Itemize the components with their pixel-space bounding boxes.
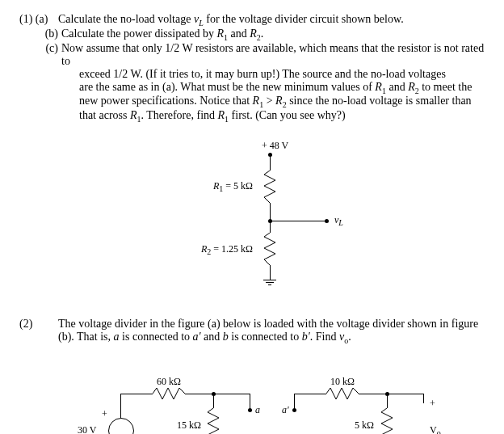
p1c-label: (c) bbox=[19, 42, 61, 124]
c2a-w4 bbox=[185, 394, 213, 394]
c1-wire-mid1 bbox=[270, 203, 271, 221]
p1c-text: Now assume that only 1/2 W resistors are… bbox=[61, 42, 485, 124]
p1b-text: Calculate the power dissipated by R1 and… bbox=[61, 27, 263, 42]
c2a-r15-label: 15 kΩ bbox=[177, 419, 201, 432]
c2b-w5 bbox=[387, 394, 388, 408]
c1-r1-resistor bbox=[264, 171, 275, 203]
c2a-w6 bbox=[213, 394, 214, 408]
c1-vL-label: vL bbox=[334, 214, 343, 227]
problem-1c: (c) Now assume that only 1/2 W resistors… bbox=[19, 42, 485, 124]
p2-num: (2) bbox=[19, 318, 58, 345]
p1-number-a: (1) (a) bbox=[19, 13, 58, 27]
c1-top-voltage: + 48 V bbox=[262, 140, 288, 152]
c2a-term-a bbox=[248, 408, 252, 412]
c2a-w5 bbox=[250, 394, 250, 410]
c2a-w3 bbox=[120, 394, 153, 394]
c2a-w4b bbox=[213, 394, 250, 394]
problem-2: (2) The voltage divider in the figure (a… bbox=[19, 318, 485, 345]
p1a-text: Calculate the no-load voltage vL for the… bbox=[58, 13, 404, 27]
problem-1: (1) (a) Calculate the no-load voltage vL… bbox=[19, 13, 485, 124]
p1b-label: (b) bbox=[19, 27, 61, 42]
c2a-w1 bbox=[120, 394, 121, 418]
c2b-plus: + bbox=[430, 398, 435, 410]
c2b-r10 bbox=[326, 388, 359, 399]
c2a-r15 bbox=[208, 408, 219, 434]
c2b-r5 bbox=[381, 408, 393, 434]
circuit-2-figure: + − 30 V 60 kΩ a 15 kΩ b (a) a' 10 kΩ + … bbox=[19, 361, 485, 434]
p1a-label: (a) bbox=[36, 13, 48, 25]
c1-wire-branch bbox=[270, 221, 326, 221]
c1-ground-icon bbox=[263, 280, 276, 285]
c1-wire-top bbox=[270, 154, 271, 171]
problem-1b: (b) Calculate the power dissipated by R1… bbox=[19, 27, 485, 42]
c1-branch-node bbox=[325, 219, 329, 223]
c2a-r60-label: 60 kΩ bbox=[157, 376, 181, 388]
c1-r2-label: R2 = 1.25 kΩ bbox=[201, 243, 253, 256]
c2b-w4 bbox=[423, 394, 424, 403]
p2-body: The voltage divider in the figure (a) be… bbox=[58, 318, 478, 345]
problem-1a: (1) (a) Calculate the no-load voltage vL… bbox=[19, 13, 485, 27]
c2a-plus: + bbox=[102, 408, 107, 420]
c2b-r5-label: 5 kΩ bbox=[355, 419, 374, 432]
p1-num: (1) bbox=[19, 13, 32, 25]
c1-r1-label: R1 = 5 kΩ bbox=[213, 180, 253, 193]
c2b-vo-label: Vo bbox=[430, 424, 441, 434]
c2b-w3b bbox=[387, 394, 423, 394]
c2b-r10-label: 10 kΩ bbox=[330, 376, 355, 388]
c1-r2-resistor bbox=[264, 233, 275, 265]
c2a-source bbox=[108, 418, 134, 434]
c2b-w1 bbox=[294, 394, 295, 410]
problem-2-text: (2) The voltage divider in the figure (a… bbox=[19, 318, 485, 345]
c2a-r60 bbox=[153, 388, 185, 399]
circuit-1-figure: + 48 V R1 = 5 kΩ vL R2 = 1.25 kΩ bbox=[19, 140, 485, 301]
c2b-w2 bbox=[294, 394, 326, 394]
c1-wire-bottom bbox=[270, 265, 271, 280]
c1-wire-mid2 bbox=[270, 221, 271, 233]
c2b-w3 bbox=[359, 394, 387, 394]
c2a-a-label: a bbox=[255, 404, 260, 416]
c2b-ap-label: a' bbox=[282, 404, 289, 416]
c2a-source-label: 30 V bbox=[78, 424, 96, 434]
